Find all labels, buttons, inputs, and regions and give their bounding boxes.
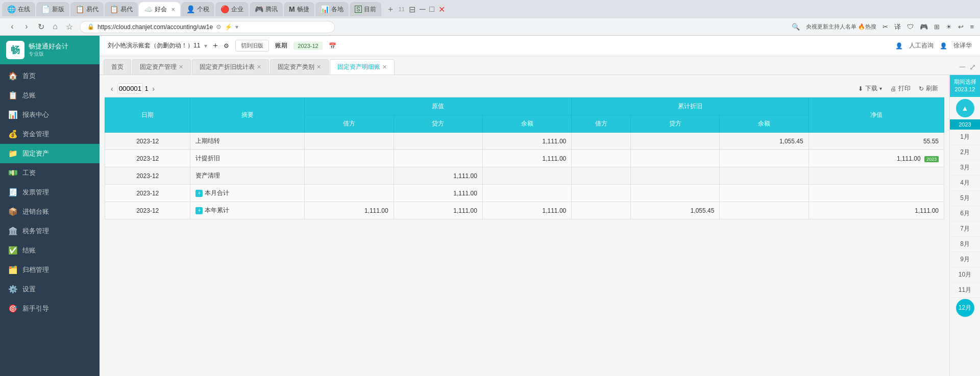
refresh-button[interactable]: ↻ 刷新	[919, 84, 938, 93]
home-button[interactable]: ⌂	[49, 22, 61, 32]
settings-company-icon[interactable]: ⚙	[224, 42, 229, 49]
sidebar-item-reports[interactable]: 📊 报表中心	[0, 105, 100, 124]
add-company-icon[interactable]: ＋	[211, 40, 219, 51]
sidebar-label-invoice: 发票管理	[22, 188, 49, 197]
browser-tab-yidai1[interactable]: 📋 易代	[70, 2, 104, 16]
close-tab-category-icon[interactable]: ✕	[316, 64, 321, 70]
tab-menu-icon[interactable]: ⊟	[409, 5, 415, 14]
period-month-6[interactable]: 6月	[950, 206, 980, 221]
add-tab-icon[interactable]: ＋	[386, 4, 395, 15]
tab-home[interactable]: 首页	[104, 59, 131, 74]
sidebar-item-home[interactable]: 🏠 首页	[0, 66, 100, 86]
cell-net-value	[808, 167, 944, 185]
sidebar-item-invoice[interactable]: 🧾 发票管理	[0, 183, 100, 202]
back-button[interactable]: ‹	[6, 22, 18, 32]
sidebar-item-payroll[interactable]: 💵 工资	[0, 163, 100, 183]
print-button[interactable]: 🖨 打印	[890, 84, 911, 93]
period-month-1[interactable]: 1月	[950, 130, 980, 145]
scissors-icon[interactable]: ✂	[883, 23, 888, 31]
page-number-input[interactable]	[117, 83, 143, 94]
help-text[interactable]: 人工咨询	[909, 41, 934, 50]
menu-icon[interactable]: ≡	[970, 23, 974, 31]
browser-actions: 🔍 央视更新主持人名单 🔥热搜 ✂ 译 🛡 🎮 ⊞ ☀ ↩ ≡	[792, 22, 974, 32]
period-month-3[interactable]: 3月	[950, 160, 980, 176]
sidebar-item-close[interactable]: ✅ 结账	[0, 241, 100, 260]
period-month-12[interactable]: 12月	[956, 299, 974, 317]
close-browser-icon[interactable]: ✕	[438, 5, 445, 14]
period-panel: 期间选择 2023.12 ▲ 2023 1月 2月 3月 4月 5月 6月 7月…	[949, 75, 980, 376]
sidebar-label-guide: 新手引导	[22, 304, 49, 313]
sidebar-item-funds[interactable]: 💰 资金管理	[0, 124, 100, 144]
sidebar-label-funds: 资金管理	[22, 130, 49, 139]
settings-icon[interactable]: ☀	[946, 23, 952, 31]
shield-icon[interactable]: 🛡	[907, 23, 914, 31]
browser-tab-gedi[interactable]: 📊 各地	[315, 2, 349, 16]
minimize-panel-icon[interactable]: ─	[960, 62, 965, 71]
browser-tab-qiye[interactable]: 🔴 企业	[215, 2, 249, 16]
minimize-icon[interactable]: ─	[420, 5, 425, 14]
sidebar-item-archive[interactable]: 🗂️ 归档管理	[0, 260, 100, 280]
cell-orig-credit: 1,111.00	[394, 185, 482, 202]
tab-assets-detail[interactable]: 固定资产明细账 ✕	[330, 59, 395, 74]
next-page-button[interactable]: ›	[152, 85, 155, 93]
switch-version-button[interactable]: 切到旧版	[235, 40, 269, 52]
annual-icon: +	[195, 207, 203, 214]
maximize-icon[interactable]: □	[429, 5, 434, 14]
close-tab-haohui-icon[interactable]: ✕	[171, 7, 175, 12]
browser-tab-muqian[interactable]: 🅂 目前	[350, 2, 381, 16]
undo-icon[interactable]: ↩	[958, 23, 964, 31]
browser-tab-xinban[interactable]: 📄 新版	[36, 2, 69, 16]
sidebar-item-sales[interactable]: 📦 进销台账	[0, 202, 100, 221]
tab-fixed-assets-mgmt[interactable]: 固定资产管理 ✕	[132, 59, 191, 74]
search-icon: 🔍	[792, 23, 800, 31]
period-month-2[interactable]: 2月	[950, 145, 980, 160]
user-name[interactable]: 徐译华	[953, 41, 972, 50]
sidebar-item-fixed-assets[interactable]: 📁 固定资产	[0, 144, 100, 163]
browser-tab-tengxun[interactable]: 🎮 腾讯	[250, 2, 283, 16]
period-header: 期间选择 2023.12	[950, 75, 980, 97]
reload-button[interactable]: ↻	[35, 22, 47, 32]
grid-icon[interactable]: ⊞	[934, 23, 940, 31]
cell-orig-balance: 1,111.00	[482, 150, 571, 167]
close-tab-detail-icon[interactable]: ✕	[382, 64, 387, 70]
browser-tab-changjie[interactable]: M 畅捷	[284, 2, 314, 16]
cell-dep-balance: 1,055.45	[720, 133, 808, 150]
cell-orig-balance: 1,111.00	[482, 202, 571, 219]
download-button[interactable]: ⬇ 下载 ▾	[858, 84, 882, 93]
bookmark-button[interactable]: ☆	[63, 22, 76, 32]
period-month-9[interactable]: 9月	[950, 252, 980, 267]
period-month-10[interactable]: 10月	[950, 267, 980, 283]
browser-tab-yidai2[interactable]: 📋 易代	[105, 2, 138, 16]
tab-assets-category[interactable]: 固定资产类别 ✕	[270, 59, 329, 74]
sidebar-item-guide[interactable]: 🎯 新手引导	[0, 299, 100, 318]
period-month-4[interactable]: 4月	[950, 176, 980, 191]
dropdown-arrow-icon[interactable]: ▾	[235, 23, 238, 31]
game-icon[interactable]: 🎮	[920, 23, 928, 31]
cell-dep-debit	[572, 185, 631, 202]
funds-icon: 💰	[8, 130, 17, 139]
calendar-icon[interactable]: 📅	[329, 42, 336, 49]
sidebar-item-tax[interactable]: 🏛️ 税务管理	[0, 221, 100, 241]
expand-panel-icon[interactable]: ⤢	[969, 62, 976, 72]
close-tab-depreciation-icon[interactable]: ✕	[257, 64, 261, 70]
sidebar-item-ledger[interactable]: 📋 总账	[0, 86, 100, 105]
browser-tab-geshui[interactable]: 👤 个税	[181, 2, 214, 16]
period-month-11[interactable]: 11月	[950, 283, 980, 298]
period-month-7[interactable]: 7月	[950, 221, 980, 237]
prev-page-button[interactable]: ‹	[111, 85, 113, 93]
scroll-top-button[interactable]: ▲	[956, 99, 974, 117]
tab-home-label: 首页	[111, 63, 124, 71]
dropdown-arrow-icon[interactable]: ▾	[204, 42, 207, 49]
browser-tab-haohui[interactable]: ☁️ 好会 ✕	[139, 2, 180, 16]
browser-tab-zaixin[interactable]: 🌐 在线	[2, 2, 35, 16]
close-tab-assets-mgmt-icon[interactable]: ✕	[179, 64, 183, 70]
main-content: 刘小艳演示账套（勿删勿动！）11 ▾ ＋ ⚙ 切到旧版 账期 2023-12 📅…	[100, 36, 980, 376]
sidebar-item-settings[interactable]: ⚙️ 设置	[0, 280, 100, 299]
translate-icon[interactable]: 译	[894, 22, 901, 32]
period-month-8[interactable]: 8月	[950, 237, 980, 252]
forward-button[interactable]: ›	[20, 22, 33, 32]
url-bar[interactable]: 🔒 https://cloud.chanjet.com/accounting/u…	[80, 21, 335, 33]
period-year-active[interactable]: 2023	[950, 119, 980, 130]
period-month-5[interactable]: 5月	[950, 191, 980, 206]
tab-depreciation-stats[interactable]: 固定资产折旧统计表 ✕	[192, 59, 269, 74]
